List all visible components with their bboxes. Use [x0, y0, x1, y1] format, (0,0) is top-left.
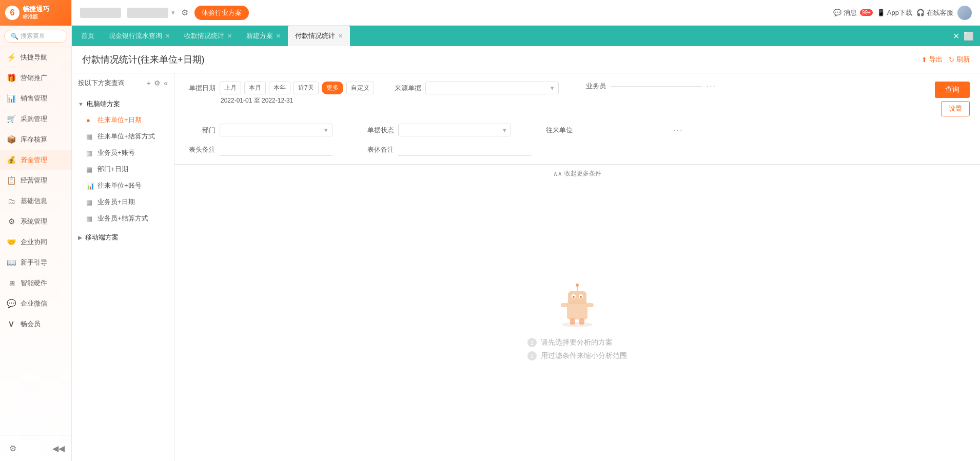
- query-btn[interactable]: 查询: [935, 82, 970, 98]
- date-this-month-btn[interactable]: 本月: [244, 82, 266, 94]
- source-select[interactable]: ▾: [425, 82, 559, 94]
- tab-new-scheme-close[interactable]: ✕: [276, 33, 281, 39]
- scheme-item-partner-date[interactable]: ● 往来单位+日期: [72, 112, 174, 128]
- tab-new-scheme[interactable]: 新建方案 ✕: [239, 26, 288, 46]
- sidebar-item-quicknav[interactable]: ⚡ 快捷导航: [0, 47, 71, 68]
- page-title: 付款情况统计(往来单位+日期): [82, 53, 205, 73]
- sidebar-item-marketing[interactable]: 🎁 营销推广: [0, 68, 71, 88]
- sidebar-item-label: 智能硬件: [21, 278, 47, 288]
- scheme-collapse-btn[interactable]: «: [164, 79, 168, 87]
- content-layout: 按以下方案查询 + ⚙ « ▼ 电脑端方案 ● 往来单位+日期: [72, 73, 980, 461]
- sidebar-item-sales[interactable]: 📊 销售管理: [0, 88, 71, 109]
- tab-receipts-close[interactable]: ✕: [227, 33, 232, 39]
- collapse-arrow-icon: ∧∧: [553, 170, 562, 177]
- search-input-trigger[interactable]: 🔍 搜索菜单: [4, 30, 67, 43]
- sidebar-item-purchase[interactable]: 🛒 采购管理: [0, 109, 71, 129]
- sidebar-item-finance[interactable]: 💰 资金管理: [0, 150, 71, 170]
- notifications-badge: 99+: [860, 9, 873, 16]
- collapse-sidebar-btn[interactable]: ◀◀: [51, 440, 66, 456]
- sidebar-item-system[interactable]: ⚙ 系统管理: [0, 211, 71, 232]
- action-col: 查询 设置: [935, 82, 970, 116]
- refresh-btn[interactable]: ↻ 刷新: [949, 55, 970, 64]
- tab-receipts[interactable]: 收款情况统计 ✕: [177, 26, 239, 46]
- status-dropdown-arrow: ▾: [503, 126, 506, 134]
- app-download-btn[interactable]: 📱 App下载: [877, 8, 912, 17]
- desktop-section-label: 电脑端方案: [87, 99, 120, 109]
- svg-rect-10: [586, 303, 594, 307]
- operations-icon: 📋: [6, 175, 16, 186]
- date-custom-btn[interactable]: 自定义: [346, 82, 374, 94]
- add-scheme-btn[interactable]: +: [147, 79, 151, 87]
- sidebar-item-operations[interactable]: 📋 经营管理: [0, 170, 71, 191]
- tab-payments[interactable]: 付款情况统计 ✕: [288, 26, 350, 46]
- svg-point-6: [580, 296, 582, 298]
- scheme-item-dept-date[interactable]: ▦ 部门+日期: [72, 161, 174, 177]
- sidebar: 6 畅捷通巧 标准版 🔍 搜索菜单 ⚡ 快捷导航 🎁 营销推广 📊 销售管理 🛒…: [0, 0, 72, 461]
- sidebar-item-label: 采购管理: [21, 114, 47, 124]
- sidebar-search-area[interactable]: 🔍 搜索菜单: [0, 26, 71, 47]
- sidebar-item-wechat[interactable]: 💬 企业微信: [0, 293, 71, 314]
- scheme-item-icon: ▦: [86, 133, 94, 141]
- desktop-scheme-section: ▼ 电脑端方案 ● 往来单位+日期 ▦ 往来单位+结算方式 ▦ 业务员+账号: [72, 93, 174, 230]
- breadcrumb-part1: [80, 8, 121, 18]
- topbar-gear-icon[interactable]: ⚙: [181, 8, 188, 17]
- filter-settings-btn[interactable]: 设置: [941, 101, 970, 116]
- staff-dots-btn[interactable]: ···: [707, 82, 716, 91]
- collapse-label: 收起更多条件: [564, 169, 601, 178]
- scheme-item-partner-account[interactable]: 📊 往来单位+账号: [72, 177, 174, 194]
- tab-home[interactable]: 首页: [74, 26, 102, 46]
- sidebar-item-label: 企业协同: [21, 237, 47, 247]
- sidebar-item-hardware[interactable]: 🖥 智能硬件: [0, 273, 71, 293]
- user-avatar[interactable]: [957, 6, 972, 20]
- desktop-section-title[interactable]: ▼ 电脑端方案: [72, 96, 174, 112]
- scheme-item-label: 业务员+账号: [97, 148, 135, 157]
- scheme-item-staff-account[interactable]: ▦ 业务员+账号: [72, 145, 174, 161]
- tab-receipts-label: 收款情况统计: [184, 31, 224, 41]
- maximize-tab-btn[interactable]: ⬜: [964, 31, 974, 41]
- status-select[interactable]: ▾: [398, 124, 511, 136]
- sidebar-item-label: 新手引导: [21, 258, 47, 267]
- settings-bottom-btn[interactable]: ⚙: [5, 440, 21, 456]
- sidebar-item-inventory[interactable]: 📦 库存核算: [0, 129, 71, 150]
- date-more-btn[interactable]: 更多: [322, 82, 343, 94]
- scheme-query-label: 按以下方案查询: [78, 78, 125, 88]
- tab-cashflow[interactable]: 现金银行流水查询 ✕: [102, 26, 177, 46]
- notifications-btn[interactable]: 💬 消息 99+: [833, 8, 873, 17]
- date-label: 单据日期: [185, 82, 215, 93]
- scheme-item-staff-settle[interactable]: ▦ 业务员+结算方式: [72, 210, 174, 227]
- date-7days-btn[interactable]: 近7天: [293, 82, 319, 94]
- sidebar-item-coop[interactable]: 🤝 企业协同: [0, 232, 71, 252]
- scheme-item-staff-date[interactable]: ▦ 业务员+日期: [72, 194, 174, 210]
- tab-cashflow-close[interactable]: ✕: [165, 33, 170, 39]
- wechat-icon: 💬: [6, 298, 16, 309]
- sidebar-item-member[interactable]: V 畅会员: [0, 314, 71, 334]
- breadcrumb: ▾: [80, 8, 175, 18]
- partner-dots-btn[interactable]: ···: [673, 126, 683, 135]
- scheme-item-partner-settle[interactable]: ▦ 往来单位+结算方式: [72, 128, 174, 145]
- filter-area: 单据日期 上月 本月 本年 近7天 更多 自定义 20: [174, 73, 980, 165]
- scheme-item-label: 业务员+日期: [97, 197, 135, 207]
- industry-btn[interactable]: 体验行业方案: [194, 6, 249, 20]
- empty-state: 1 请先选择要分析的方案 2 用过滤条件来缩小分析范围: [174, 182, 980, 461]
- hardware-icon: 🖥: [6, 278, 16, 288]
- date-last-month-btn[interactable]: 上月: [220, 82, 241, 94]
- collapse-more-btn[interactable]: ∧∧ 收起更多条件: [174, 165, 980, 182]
- dept-select[interactable]: ▾: [220, 124, 332, 136]
- sidebar-menu: ⚡ 快捷导航 🎁 营销推广 📊 销售管理 🛒 采购管理 📦 库存核算 💰 资金管…: [0, 47, 71, 435]
- empty-hint-1: 1 请先选择要分析的方案: [527, 338, 627, 347]
- sidebar-bottom: ⚙ ◀◀: [0, 435, 71, 461]
- scheme-settings-btn[interactable]: ⚙: [154, 79, 161, 87]
- sidebar-item-guide[interactable]: 📖 新手引导: [0, 252, 71, 273]
- breadcrumb-dropdown[interactable]: ▾: [171, 9, 175, 16]
- sidebar-item-basic[interactable]: 🗂 基础信息: [0, 191, 71, 211]
- page-header: 付款情况统计(往来单位+日期) ⬆ 导出 ↻ 刷新: [72, 46, 980, 73]
- svg-rect-1: [567, 302, 587, 319]
- close-tab-btn[interactable]: ✕: [953, 31, 959, 41]
- mobile-section-title[interactable]: ▶ 移动端方案: [72, 230, 174, 245]
- tab-payments-close[interactable]: ✕: [338, 33, 343, 39]
- date-this-year-btn[interactable]: 本年: [269, 82, 290, 94]
- tabs-bar: 首页 现金银行流水查询 ✕ 收款情况统计 ✕ 新建方案 ✕ 付款情况统计 ✕ ✕…: [72, 26, 980, 46]
- export-btn[interactable]: ⬆ 导出: [922, 55, 943, 64]
- filter-panel: 单据日期 上月 本月 本年 近7天 更多 自定义 20: [174, 73, 980, 461]
- online-service-btn[interactable]: 🎧 在线客服: [916, 8, 953, 17]
